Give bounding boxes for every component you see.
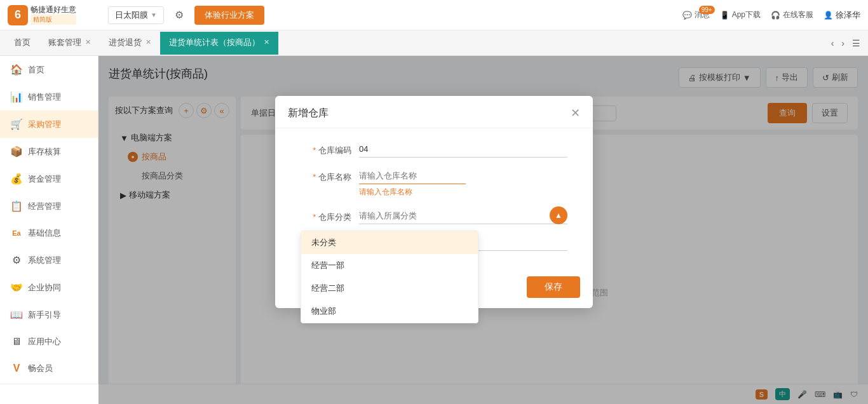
sidebar-item-appcenter[interactable]: 🖥 应用中心 [0,328,98,355]
online-service-button[interactable]: 🎧 在线客服 [771,10,813,20]
form-row-name: 仓库名称 请输入仓库名称 [301,168,567,198]
tab-purchase-stats-label: 进货单统计表（按商品） [169,37,260,48]
system-icon: ⚙ [10,254,23,266]
category-dropdown-toggle[interactable]: ▲ [550,206,567,224]
category-input-wrapper: ▲ [359,208,567,224]
sidebar-vip-label: 畅会员 [28,363,53,374]
finance-icon: 💰 [10,173,23,185]
tab-next-button[interactable]: › [839,36,847,51]
settings-gear-button[interactable]: ⚙ [169,5,189,25]
content-area: 进货单统计(按商品) 🖨 按模板打印 ▼ ↑ 导出 ↺ 刷新 [98,56,868,404]
modal-close-button[interactable]: ✕ [571,106,580,120]
modal-title: 新增仓库 [288,107,329,120]
store-selector-arrow: ▼ [151,11,157,18]
cooperation-icon: 🤝 [10,281,23,293]
tab-purchase-stats-close[interactable]: ✕ [264,38,269,46]
top-bar: 6 畅捷通好生意 精简版 日太阳膜 ▼ ⚙ 体验行业方案 💬 消息 99+ 📱 … [0,0,868,30]
dropdown-option-dept2[interactable]: 经营二部 [301,277,478,300]
form-row-category: 仓库分类 ▲ 未分类 经营一部 经营二部 物业部 [301,208,567,224]
sidebar-sales-label: 销售管理 [28,91,61,103]
operations-icon: 📋 [10,200,23,212]
tab-home-label: 首页 [14,37,31,48]
messages-button[interactable]: 💬 消息 99+ [682,10,710,20]
tab-account[interactable]: 账套管理 ✕ [39,32,100,55]
sales-icon: 📊 [10,91,23,103]
tab-bar: 首页 账套管理 ✕ 进货退货 ✕ 进货单统计表（按商品） ✕ ‹ › ☰ [0,30,868,56]
sidebar-finance-label: 资金管理 [28,173,61,185]
basics-icon: Ea [10,229,23,237]
user-menu[interactable]: 👤 徐泽华 [824,10,860,21]
app-download-button[interactable]: 📱 App下载 [720,10,761,20]
dropdown-option-unclassified[interactable]: 未分类 [301,231,478,254]
category-dropdown-list: 未分类 经营一部 经营二部 物业部 [301,231,478,323]
message-icon: 💬 [682,11,692,20]
logo-badge: 精简版 [31,15,76,25]
code-label: 仓库编码 [301,141,351,156]
code-input[interactable] [359,141,567,158]
trial-button[interactable]: 体验行业方案 [194,6,264,25]
sidebar-operations-label: 经营管理 [28,201,61,212]
home-icon: 🏠 [10,64,23,76]
sidebar-system-label: 系统管理 [28,255,61,266]
tab-home[interactable]: 首页 [5,32,39,55]
sidebar-item-vip[interactable]: V 畅会员 [0,355,98,382]
modal-body: 仓库编码 仓库名称 请输入仓库名称 [275,128,593,271]
sidebar-item-operations[interactable]: 📋 经营管理 [0,192,98,220]
sidebar-item-sales[interactable]: 📊 销售管理 [0,83,98,111]
username: 徐泽华 [836,10,860,21]
purchase-icon: 🛒 [10,118,23,130]
tab-purchase-return-label: 进货退货 [109,37,142,48]
name-label: 仓库名称 [301,168,351,184]
guide-icon: 📖 [10,309,23,321]
sidebar-purchase-label: 采购管理 [28,119,61,130]
main-layout: 🏠 首页 📊 销售管理 🛒 采购管理 📦 库存核算 💰 资金管理 📋 经 [0,56,868,404]
add-warehouse-modal: 新增仓库 ✕ 仓库编码 仓库名称 [275,96,593,308]
sidebar-cooperation-label: 企业协同 [28,282,61,293]
dropdown-option-dept1[interactable]: 经营一部 [301,254,478,277]
messages-badge: 99+ [699,6,715,14]
sidebar-item-basics[interactable]: Ea 基础信息 [0,220,98,246]
phone-icon: 📱 [720,11,729,20]
sidebar-home-label: 首页 [28,64,44,76]
tab-prev-button[interactable]: ‹ [829,36,837,51]
sidebar-appcenter-label: 应用中心 [28,336,61,347]
sidebar-item-guide[interactable]: 📖 新手引导 [0,301,98,328]
modal-overlay[interactable]: 新增仓库 ✕ 仓库编码 仓库名称 [98,56,868,404]
sidebar-item-inventory[interactable]: 📦 库存核算 [0,138,98,165]
sidebar-item-finance[interactable]: 💰 资金管理 [0,165,98,192]
inventory-icon: 📦 [10,145,23,158]
modal-header: 新增仓库 ✕ [275,96,593,128]
gear-icon: ⚙ [175,9,184,21]
logo-area: 6 畅捷通好生意 精简版 [8,5,103,25]
form-row-code: 仓库编码 [301,141,567,158]
sidebar-basics-label: 基础信息 [28,227,61,239]
nav-section: 🏠 首页 📊 销售管理 🛒 采购管理 📦 库存核算 💰 资金管理 📋 经 [0,56,98,382]
sidebar-guide-label: 新手引导 [28,309,61,321]
top-right-actions: 💬 消息 99+ 📱 App下载 🎧 在线客服 👤 徐泽华 [682,10,860,21]
tab-account-label: 账套管理 [48,37,81,48]
sidebar: 🏠 首页 📊 销售管理 🛒 采购管理 📦 库存核算 💰 资金管理 📋 经 [0,56,98,404]
sidebar-item-system[interactable]: ⚙ 系统管理 [0,246,98,274]
category-input[interactable] [359,211,567,220]
dropdown-option-dept3[interactable]: 物业部 [301,300,478,323]
user-icon: 👤 [824,11,833,20]
logo-icon: 6 [8,5,28,25]
sidebar-inventory-label: 库存核算 [28,146,61,158]
headset-icon: 🎧 [771,11,780,20]
store-selector[interactable]: 日太阳膜 ▼ [108,6,164,24]
sidebar-item-cooperation[interactable]: 🤝 企业协同 [0,274,98,301]
name-input[interactable] [359,168,466,184]
category-label: 仓库分类 [301,208,351,223]
tab-menu-button[interactable]: ☰ [850,36,863,51]
tab-purchase-return-close[interactable]: ✕ [146,38,151,46]
sidebar-item-home[interactable]: 🏠 首页 [0,56,98,83]
logo-text: 畅捷通好生意 [31,5,76,15]
vip-icon: V [10,363,23,374]
tab-purchase-return[interactable]: 进货退货 ✕ [100,32,160,55]
sidebar-item-purchase[interactable]: 🛒 采购管理 [0,111,98,138]
tab-account-close[interactable]: ✕ [85,38,91,46]
tab-purchase-stats[interactable]: 进货单统计表（按商品） ✕ [160,32,278,55]
store-name: 日太阳膜 [115,10,148,21]
save-button[interactable]: 保存 [527,276,580,298]
name-error-message: 请输入仓库名称 [359,187,412,196]
